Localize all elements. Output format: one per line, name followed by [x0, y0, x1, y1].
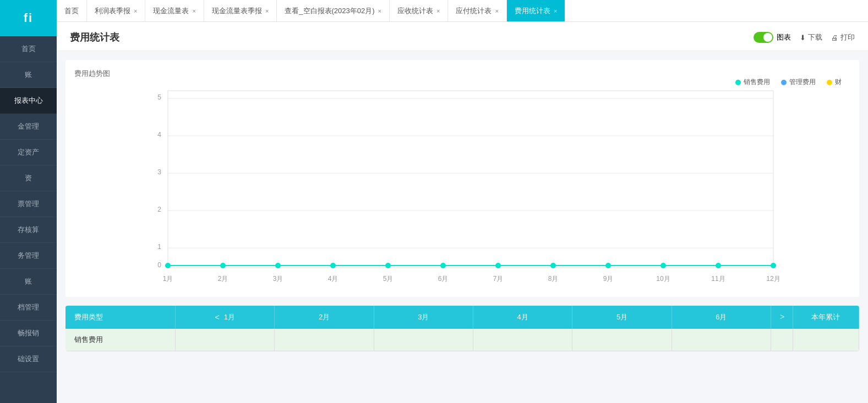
download-icon: ⬇ — [800, 34, 806, 42]
svg-text:1月: 1月 — [163, 275, 173, 283]
svg-point-16 — [330, 263, 336, 268]
svg-text:5: 5 — [157, 93, 161, 101]
svg-text:2月: 2月 — [218, 275, 228, 283]
svg-point-21 — [605, 263, 611, 268]
td-m3 — [374, 329, 473, 351]
th-month-6: 6月 — [672, 306, 771, 329]
svg-point-18 — [440, 263, 446, 268]
svg-point-19 — [495, 263, 501, 268]
svg-text:7月: 7月 — [493, 275, 504, 283]
chart-svg: 5 4 3 2 1 0 — [74, 83, 850, 286]
tab-close-blank-report[interactable]: × — [378, 8, 381, 14]
svg-point-23 — [716, 263, 721, 268]
tab-close-cashflow[interactable]: × — [192, 8, 195, 14]
tab-close-profit-quarterly[interactable]: × — [134, 8, 137, 14]
svg-point-24 — [771, 263, 776, 268]
tab-close-expense[interactable]: × — [554, 8, 557, 14]
header-actions: 图表 ⬇ 下载 🖨 打印 — [754, 32, 855, 43]
svg-point-20 — [550, 263, 556, 268]
table-header: 费用类型 < 1月 2月 3月 4月 5月 6月 > 本年累计 — [65, 306, 859, 329]
th-nav-next[interactable]: > — [771, 306, 793, 329]
th-month-3: 3月 — [374, 306, 473, 329]
sidebar-logo: fi — [0, 0, 57, 36]
svg-text:12月: 12月 — [766, 275, 780, 283]
tab-payable[interactable]: 应付统计表 × — [448, 0, 506, 21]
tab-home[interactable]: 首页 — [57, 0, 87, 21]
next-nav-btn[interactable]: > — [780, 312, 784, 321]
svg-rect-12 — [168, 91, 773, 268]
print-icon: 🖨 — [831, 34, 838, 42]
svg-text:3月: 3月 — [273, 275, 283, 283]
table-row: 销售费用 — [65, 329, 859, 351]
chart-title: 费用趋势图 — [74, 69, 850, 79]
download-button[interactable]: ⬇ 下载 — [800, 32, 822, 42]
svg-text:0: 0 — [157, 261, 161, 269]
tab-bar: 首页 利润表季报 × 现金流量表 × 现金流量表季报 × 查看_空白报表(202… — [57, 0, 868, 22]
svg-point-15 — [275, 263, 281, 268]
th-month-5: 5月 — [572, 306, 672, 329]
sidebar-item-reimbursement[interactable]: 畅报销 — [0, 321, 57, 346]
sidebar-item-report-center[interactable]: 报表中心 — [0, 88, 57, 114]
sidebar-item-inventory[interactable]: 存核算 — [0, 217, 57, 243]
th-type: 费用类型 — [65, 306, 176, 329]
svg-text:11月: 11月 — [711, 275, 725, 283]
td-m5 — [572, 329, 672, 351]
td-type: 销售费用 — [65, 329, 176, 351]
table-section: 费用类型 < 1月 2月 3月 4月 5月 6月 > 本年累计 — [65, 306, 859, 351]
tab-profit-quarterly[interactable]: 利润表季报 × — [87, 0, 145, 21]
page-title: 费用统计表 — [70, 31, 119, 44]
svg-text:2: 2 — [157, 206, 161, 213]
tab-cashflow[interactable]: 现金流量表 × — [145, 0, 204, 21]
svg-text:4: 4 — [157, 131, 161, 139]
svg-text:10月: 10月 — [656, 275, 670, 283]
sidebar-item-assets[interactable]: 资 — [0, 165, 57, 191]
td-m2 — [275, 329, 374, 351]
svg-text:4月: 4月 — [328, 275, 339, 283]
chart-toggle-group: 图表 — [754, 32, 791, 43]
tab-expense[interactable]: 费用统计表 × — [507, 0, 565, 21]
td-m4 — [473, 329, 572, 351]
th-month-2: 2月 — [275, 306, 374, 329]
th-month-4: 4月 — [473, 306, 572, 329]
main-area: 首页 利润表季报 × 现金流量表 × 现金流量表季报 × 查看_空白报表(202… — [57, 0, 868, 403]
tab-close-cashflow-quarterly[interactable]: × — [265, 8, 269, 14]
td-total — [793, 329, 859, 351]
th-total: 本年累计 — [793, 306, 859, 329]
sidebar-item-archive[interactable]: 档管理 — [0, 295, 57, 321]
svg-point-14 — [220, 263, 226, 268]
sidebar-item-home[interactable]: 首页 — [0, 36, 57, 62]
svg-point-13 — [165, 263, 171, 268]
tab-receivable[interactable]: 应收统计表 × — [390, 0, 448, 21]
tab-close-receivable[interactable]: × — [436, 8, 440, 14]
print-button[interactable]: 🖨 打印 — [831, 32, 855, 42]
td-nav-spacer — [771, 329, 793, 351]
chart-svg-wrapper: 5 4 3 2 1 0 — [74, 83, 850, 288]
svg-point-22 — [660, 263, 666, 268]
td-m6 — [672, 329, 771, 351]
tab-close-payable[interactable]: × — [495, 8, 498, 14]
sidebar-item-ledger[interactable]: 账 — [0, 269, 57, 295]
sidebar: fi 首页 账 报表中心 金管理 定资产 资 票管理 存核算 务管理 账 档管理… — [0, 0, 57, 403]
chart-section: 费用趋势图 销售费用 管理费用 财 — [65, 60, 859, 297]
tab-blank-report[interactable]: 查看_空白报表(2023年02月) × — [277, 0, 390, 21]
sidebar-item-account[interactable]: 账 — [0, 62, 57, 88]
svg-text:9月: 9月 — [603, 275, 614, 283]
sidebar-item-affairs[interactable]: 务管理 — [0, 243, 57, 269]
chart-toggle-label: 图表 — [777, 32, 791, 42]
svg-text:5月: 5月 — [383, 275, 394, 283]
sidebar-item-fixed-assets[interactable]: 定资产 — [0, 140, 57, 165]
svg-text:8月: 8月 — [548, 275, 559, 283]
td-m1 — [176, 329, 275, 351]
page-header: 费用统计表 图表 ⬇ 下载 🖨 打印 — [57, 22, 868, 51]
th-nav-prev[interactable]: < 1月 — [176, 306, 275, 329]
svg-text:3: 3 — [157, 168, 161, 176]
svg-text:1: 1 — [157, 243, 161, 251]
tab-cashflow-quarterly[interactable]: 现金流量表季报 × — [204, 0, 277, 21]
sidebar-item-invoice[interactable]: 票管理 — [0, 191, 57, 217]
sidebar-item-settings[interactable]: 础设置 — [0, 346, 57, 372]
svg-point-17 — [385, 263, 391, 268]
chart-toggle[interactable] — [754, 32, 773, 43]
content-area: 费用统计表 图表 ⬇ 下载 🖨 打印 费用趋势图 — [57, 22, 868, 403]
sidebar-item-fund[interactable]: 金管理 — [0, 114, 57, 140]
prev-nav-btn[interactable]: < — [215, 313, 219, 322]
